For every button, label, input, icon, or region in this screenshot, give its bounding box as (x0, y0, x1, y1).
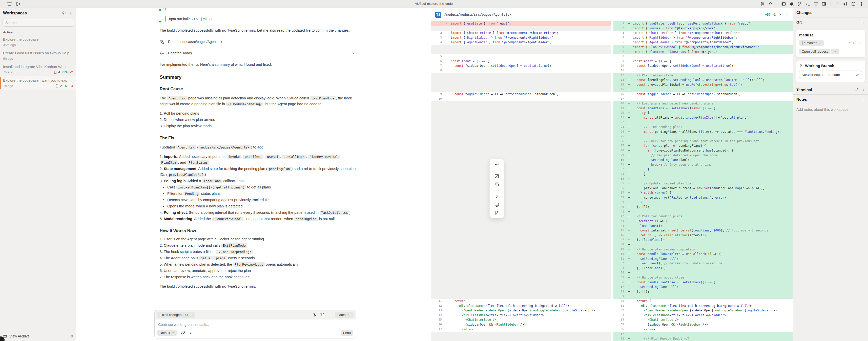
diff-line-new: 39+ } (613, 200, 793, 205)
collapse-up-icon[interactable] (768, 2, 773, 6)
diff-marker (626, 59, 633, 64)
line-number: 14 (431, 313, 444, 318)
files-changed-chip[interactable]: 2 files changed +61 -3 (157, 312, 195, 318)
help-icon[interactable] (851, 2, 856, 6)
terminal-icon[interactable] (805, 2, 810, 6)
notes-label: Notes (796, 97, 807, 101)
megaphone-icon[interactable] (843, 2, 848, 6)
chevron-down-icon[interactable] (351, 51, 356, 55)
git-branch-icon[interactable] (797, 2, 802, 6)
git-branch-icon[interactable] (494, 211, 499, 216)
git-branch-icon (799, 64, 803, 67)
code-text (451, 172, 611, 177)
code-text (451, 200, 611, 205)
diff-line-old (431, 266, 613, 271)
expand-icon[interactable] (855, 88, 859, 92)
line-number: 15 (613, 87, 626, 92)
collapse-diff-icon[interactable] (785, 13, 789, 17)
gear-icon[interactable] (859, 2, 864, 6)
diff-marker: + (626, 115, 633, 120)
archive-icon[interactable] (7, 2, 12, 6)
diff-line-new: 64 <ChatInterface /> (613, 317, 793, 322)
panel-right-icon[interactable] (822, 2, 827, 6)
send-button[interactable]: Send (341, 330, 353, 336)
panel-left-icon[interactable] (781, 2, 786, 6)
diff-marker: + (626, 233, 633, 238)
diff-marker: + (626, 45, 633, 50)
monitor-icon[interactable] (494, 202, 499, 207)
tool-call[interactable]: Read medusa/src/pages/Agent.tsx (160, 39, 356, 45)
changes-section-header[interactable]: Changes (793, 8, 868, 18)
open-pull-request-button[interactable]: Open pull request (799, 49, 830, 54)
pen-icon[interactable] (189, 331, 193, 335)
branch-selector[interactable]: master (799, 40, 824, 46)
diff-marker (626, 40, 633, 45)
changes-label: Changes (796, 10, 812, 15)
terminal-section-header[interactable]: Terminal (793, 85, 868, 95)
diff-line-old (431, 106, 613, 111)
message-input[interactable] (158, 322, 354, 327)
layers-icon[interactable] (61, 11, 66, 16)
chat-scroll-area[interactable]: npm run build 2>&1 | tail -80The build c… (76, 8, 431, 307)
composer-status-icons: Latest (313, 312, 353, 318)
workspace-item[interactable]: Explore the codebase I want you to exp7h… (0, 76, 76, 90)
line-number: 43 (613, 219, 626, 224)
todos-status-icon[interactable] (320, 313, 324, 317)
working-branch-input[interactable] (802, 72, 856, 77)
pr-dropdown-button[interactable] (831, 49, 839, 54)
spark-icon[interactable] (313, 313, 317, 317)
sign-out-icon[interactable] (16, 2, 21, 6)
line-number (431, 200, 444, 205)
notes-section-header[interactable]: Notes (793, 95, 868, 104)
attach-button[interactable] (181, 331, 185, 335)
diff-marker (626, 63, 633, 68)
workspace-search-input[interactable] (3, 19, 74, 27)
line-number: 1 (431, 21, 444, 26)
diff-marker: + (626, 134, 633, 139)
diff-line-new: 59+ (613, 294, 793, 299)
line-number (431, 167, 444, 172)
code-text (451, 129, 611, 134)
copy-icon[interactable] (494, 182, 499, 187)
working-branch-field[interactable] (799, 70, 862, 79)
deletions-count: -3 (190, 313, 193, 317)
edit-branch-icon[interactable] (856, 73, 859, 76)
code-text: if (!previousPlanIdsRef.current.has(plan… (633, 148, 793, 153)
chat-bubble-icon[interactable] (789, 2, 794, 6)
workspace-item[interactable]: Explore the codebase35m ago (0, 35, 76, 49)
diff-file-header[interactable]: TS /medusa/medusa/src/pages/Agent.tsx +5… (431, 8, 793, 21)
tool-call[interactable]: npm run build 2>&1 | tail -80 (160, 16, 356, 22)
inline-code: PlanReviewModal (308, 155, 340, 159)
notes-placeholder[interactable]: Add notes about this workspace... (793, 104, 868, 115)
add-workspace-button[interactable] (69, 11, 73, 16)
bullet-item: Detects new plans by comparing against p… (160, 197, 356, 203)
diff-row: 4import { AgentHeader } from "@/componen… (431, 40, 793, 45)
diff-line-new: 30+ setPendingPlan(plan); (613, 158, 793, 162)
message-composer: 2 files changed +61 -3 Latest Default (154, 310, 356, 338)
tool-call[interactable] (160, 8, 356, 10)
code-text (633, 177, 793, 181)
monitor-icon[interactable] (814, 2, 818, 6)
pause-icon[interactable] (760, 2, 765, 6)
diff-line-new: 65 {sidebarOpen && <RightSidebar />} (613, 322, 793, 327)
workspace-item[interactable]: Create Good First Issues on Github So p6… (0, 49, 76, 62)
diff-marker (444, 35, 451, 40)
diff-marker: + (626, 87, 633, 92)
list-item: 2. Claude enters plan mode and calls Exi… (160, 243, 356, 248)
open-in-editor-icon[interactable] (778, 12, 783, 17)
working-branch-label: Working Branch (805, 63, 834, 68)
diff-marker (444, 97, 451, 101)
zoom-off-icon[interactable] (494, 174, 499, 179)
code-text (451, 73, 611, 78)
latest-dropdown[interactable]: Latest (335, 312, 353, 318)
view-archive-button[interactable]: View Archive 0 (0, 331, 76, 341)
more-options-icon[interactable] (858, 41, 862, 45)
workspace-item[interactable]: Install and integrate Vibe Kanban Web7h … (0, 62, 76, 76)
git-section-header[interactable]: Git (793, 18, 868, 27)
play-icon[interactable] (494, 194, 499, 199)
diff-marker (626, 35, 633, 40)
mode-dropdown[interactable]: Default (157, 330, 177, 336)
menu-icon[interactable] (835, 2, 840, 6)
tool-call[interactable]: Updated Todos (160, 50, 356, 56)
grip-dots-icon[interactable] (494, 162, 499, 167)
